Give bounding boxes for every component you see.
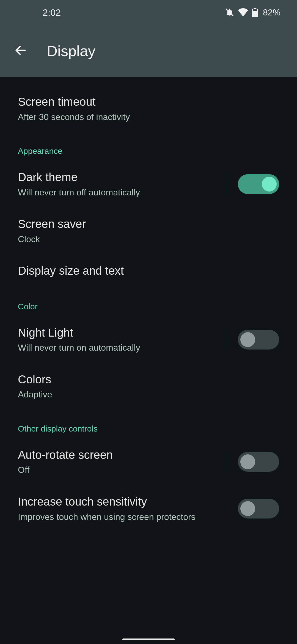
- status-bar: 2:02 82%: [0, 0, 297, 25]
- svg-rect-3: [253, 9, 257, 11]
- settings-list: Screen timeout After 30 seconds of inact…: [0, 77, 297, 532]
- colors-row[interactable]: Colors Adaptive: [0, 363, 297, 410]
- row-title: Auto-rotate screen: [18, 448, 222, 462]
- night-light-toggle[interactable]: [238, 330, 279, 350]
- row-title: Night Light: [18, 326, 222, 340]
- status-time: 2:02: [43, 7, 61, 18]
- auto-rotate-row[interactable]: Auto-rotate screen Off: [0, 438, 297, 485]
- divider: [228, 451, 228, 473]
- night-light-row[interactable]: Night Light Will never turn on automatic…: [0, 316, 297, 363]
- dark-theme-row[interactable]: Dark theme Will never turn off automatic…: [0, 161, 297, 208]
- row-subtitle: After 30 seconds of inactivity: [18, 111, 279, 123]
- dark-theme-toggle[interactable]: [238, 174, 279, 194]
- back-button[interactable]: [11, 41, 30, 61]
- row-subtitle: Improves touch when using screen protect…: [18, 511, 238, 523]
- arrow-back-icon: [14, 44, 27, 58]
- increase-touch-sensitivity-row[interactable]: Increase touch sensitivity Improves touc…: [0, 485, 297, 532]
- divider: [228, 328, 228, 351]
- dnd-off-icon: [225, 8, 234, 17]
- row-subtitle: Adaptive: [18, 389, 279, 400]
- row-title: Dark theme: [18, 170, 222, 185]
- category-color: Color: [0, 288, 297, 316]
- screen-timeout-row[interactable]: Screen timeout After 30 seconds of inact…: [0, 85, 297, 132]
- category-other-display-controls: Other display controls: [0, 410, 297, 438]
- row-title: Increase touch sensitivity: [18, 495, 238, 509]
- row-title: Display size and text: [18, 264, 279, 278]
- row-subtitle: Off: [18, 464, 222, 476]
- page-title: Display: [47, 42, 95, 59]
- row-title: Screen timeout: [18, 95, 279, 109]
- svg-rect-2: [254, 8, 256, 9]
- increase-touch-sensitivity-toggle[interactable]: [238, 499, 279, 519]
- row-subtitle: Will never turn on automatically: [18, 342, 222, 354]
- auto-rotate-toggle[interactable]: [238, 452, 279, 472]
- battery-icon: [252, 8, 258, 17]
- row-subtitle: Will never turn off automatically: [18, 187, 222, 198]
- status-right: 82%: [225, 7, 280, 18]
- row-subtitle: Clock: [18, 234, 279, 245]
- display-size-text-row[interactable]: Display size and text: [0, 254, 297, 288]
- app-bar: Display: [0, 25, 297, 77]
- wifi-icon: [238, 8, 248, 17]
- category-appearance: Appearance: [0, 132, 297, 161]
- row-title: Colors: [18, 372, 279, 387]
- navigation-handle[interactable]: [122, 638, 175, 640]
- screen-saver-row[interactable]: Screen saver Clock: [0, 208, 297, 254]
- row-title: Screen saver: [18, 217, 279, 231]
- divider: [228, 173, 228, 195]
- battery-percentage: 82%: [263, 7, 280, 18]
